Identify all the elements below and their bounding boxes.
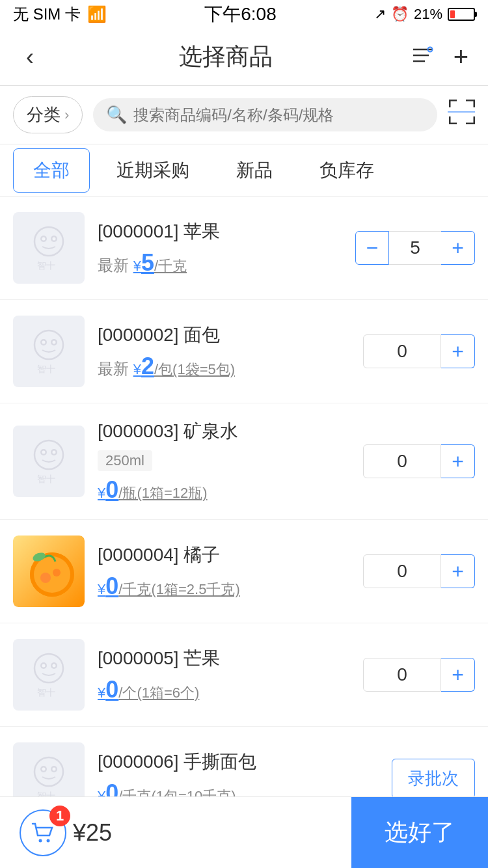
status-bar: 无 SIM 卡 📶 下午6:08 ↗ ⏰ 21% <box>0 0 488 29</box>
page-title: 选择商品 <box>179 41 273 73</box>
filter-icon[interactable] <box>412 44 434 70</box>
svg-rect-11 <box>474 116 476 124</box>
product-thumbnail: 智十 <box>13 639 85 711</box>
add-icon[interactable]: + <box>454 42 468 72</box>
product-thumbnail: 智十 <box>13 426 85 497</box>
svg-point-37 <box>34 654 63 683</box>
svg-rect-5 <box>449 100 451 107</box>
placeholder-icon: 智十 <box>23 222 75 274</box>
placeholder-icon: 智十 <box>23 649 75 701</box>
quantity-input[interactable] <box>363 334 441 368</box>
product-name: [0000002] 面包 <box>98 323 350 347</box>
quantity-input[interactable] <box>389 231 441 265</box>
status-right: ↗ ⏰ 21% <box>374 6 475 23</box>
svg-point-47 <box>53 768 56 771</box>
product-name: [0000006] 手撕面包 <box>98 750 379 774</box>
quantity-plus-button[interactable]: + <box>441 444 475 478</box>
location-icon: ↗ <box>374 6 386 23</box>
quantity-control: + <box>363 334 475 368</box>
search-input[interactable] <box>133 106 424 124</box>
search-box: 🔍 <box>93 98 437 131</box>
quantity-minus-button[interactable]: − <box>355 231 389 265</box>
product-thumbnail <box>13 536 85 607</box>
product-info: [0000005] 芒果 ¥0/个(1箱=6个) <box>98 646 350 703</box>
battery-percent: 21% <box>414 6 442 23</box>
quantity-input[interactable] <box>363 658 441 692</box>
cart-icon <box>31 822 55 843</box>
alarm-icon: ⏰ <box>391 6 409 23</box>
scan-icon[interactable] <box>448 98 475 131</box>
product-info: [0000002] 面包 最新 ¥2/包(1袋=5包) <box>98 323 350 380</box>
quantity-control: − + <box>355 231 475 265</box>
product-price: ¥0/千克(1箱=2.5千克) <box>98 573 350 600</box>
product-name: [0000003] 矿泉水 <box>98 419 350 444</box>
svg-rect-9 <box>449 116 451 124</box>
tab-all[interactable]: 全部 <box>13 148 90 193</box>
category-chevron-icon: › <box>64 107 69 124</box>
tab-new[interactable]: 新品 <box>216 148 293 193</box>
placeholder-icon: 智十 <box>23 325 75 377</box>
svg-point-35 <box>40 573 51 583</box>
tab-bar: 全部 近期采购 新品 负库存 <box>0 144 488 197</box>
orange-image <box>16 539 81 604</box>
back-button[interactable]: ‹ <box>20 37 40 77</box>
quantity-plus-button[interactable]: + <box>441 658 475 692</box>
quantity-input[interactable] <box>363 444 441 478</box>
quantity-control: + <box>363 444 475 478</box>
tab-negative[interactable]: 负库存 <box>299 148 394 193</box>
quantity-plus-button[interactable]: + <box>441 334 475 368</box>
cart-section: 1 ¥25 <box>0 809 351 856</box>
product-name: [0000005] 芒果 <box>98 646 350 671</box>
quantity-control: + <box>363 658 475 692</box>
tab-recent[interactable]: 近期采购 <box>96 148 210 193</box>
batch-button[interactable]: 录批次 <box>392 759 475 798</box>
search-icon: 🔍 <box>106 105 127 125</box>
product-item: 智十 [0000003] 矿泉水 250ml ¥0/瓶(1箱=12瓶) + <box>0 403 488 520</box>
svg-point-46 <box>42 768 46 771</box>
confirm-button[interactable]: 选好了 <box>351 797 488 869</box>
product-info: [0000003] 矿泉水 250ml ¥0/瓶(1箱=12瓶) <box>98 419 350 504</box>
svg-point-36 <box>53 569 61 576</box>
battery-icon <box>448 8 475 21</box>
svg-point-22 <box>42 341 46 344</box>
product-spec: 250ml <box>98 450 152 471</box>
nav-bar: ‹ 选择商品 + <box>0 29 488 86</box>
category-button[interactable]: 分类 › <box>13 96 83 133</box>
svg-text:智十: 智十 <box>37 687 55 698</box>
product-thumbnail: 智十 <box>13 212 85 284</box>
quantity-input[interactable] <box>363 554 441 588</box>
product-info: [0000004] 橘子 ¥0/千克(1箱=2.5千克) <box>98 543 350 600</box>
svg-point-16 <box>42 237 46 241</box>
carrier-label: 无 SIM 卡 <box>13 4 81 25</box>
status-left: 无 SIM 卡 📶 <box>13 4 107 25</box>
svg-rect-10 <box>466 123 474 125</box>
svg-rect-12 <box>448 111 475 113</box>
svg-rect-6 <box>466 100 474 102</box>
product-item: 智十 [0000001] 苹果 最新 ¥5/千克 − + <box>0 197 488 300</box>
product-price: 最新 ¥5/千克 <box>98 249 342 277</box>
cart-total: ¥25 <box>73 819 112 847</box>
svg-point-40 <box>42 664 46 668</box>
quantity-plus-button[interactable]: + <box>441 231 475 265</box>
filter-bar: 分类 › 🔍 <box>0 86 488 144</box>
svg-point-54 <box>47 839 50 842</box>
svg-point-53 <box>39 839 42 842</box>
cart-icon-button[interactable]: 1 <box>20 809 66 856</box>
status-time: 下午6:08 <box>204 2 277 27</box>
cart-badge: 1 <box>49 806 70 826</box>
svg-text:智十: 智十 <box>37 474 55 484</box>
svg-point-29 <box>53 451 56 454</box>
category-label: 分类 <box>27 103 61 126</box>
wifi-icon: 📶 <box>87 5 107 23</box>
svg-text:智十: 智十 <box>37 260 55 271</box>
product-item: 智十 [0000005] 芒果 ¥0/个(1箱=6个) + <box>0 623 488 727</box>
placeholder-icon: 智十 <box>23 435 75 487</box>
svg-point-41 <box>53 664 56 668</box>
product-price: ¥0/瓶(1箱=12瓶) <box>98 476 350 504</box>
quantity-plus-button[interactable]: + <box>441 554 475 588</box>
product-price: 最新 ¥2/包(1袋=5包) <box>98 353 350 380</box>
product-name: [0000001] 苹果 <box>98 219 342 244</box>
product-price: ¥0/个(1箱=6个) <box>98 676 350 703</box>
svg-point-43 <box>34 757 63 786</box>
svg-text:智十: 智十 <box>37 364 55 374</box>
